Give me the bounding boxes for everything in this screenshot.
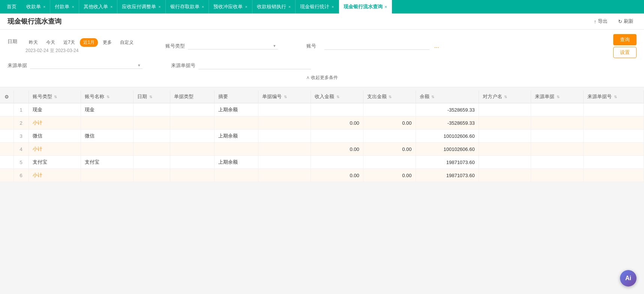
nav-tab-6[interactable]: 收款核销执行 × xyxy=(252,0,296,13)
date-btn-today[interactable]: 今天 xyxy=(43,38,59,47)
date-btn-1month[interactable]: 近1月 xyxy=(80,38,98,47)
nav-home[interactable]: 首页 xyxy=(2,0,22,13)
row-source-doc xyxy=(531,116,584,130)
refresh-icon: ↻ xyxy=(618,19,622,24)
row-expense: 0.00 xyxy=(363,143,416,156)
row-index: 6 xyxy=(14,169,29,182)
close-icon[interactable]: × xyxy=(202,4,204,9)
row-account-name: 微信 xyxy=(81,130,134,143)
date-btn-custom[interactable]: 自定义 xyxy=(117,38,137,47)
settings-button[interactable]: 设置 xyxy=(613,47,636,58)
account-type-filter: 账号类型 ▾ xyxy=(165,43,278,49)
row-account-type: 小计 xyxy=(29,169,81,182)
row-account-name: 现金 xyxy=(81,103,134,116)
col-gear[interactable]: ⚙ xyxy=(0,90,14,103)
nav-tab-4[interactable]: 银行存取款单 × xyxy=(166,0,209,13)
row-account-type: 小计 xyxy=(29,116,81,130)
chevron-up-icon: ∧ xyxy=(306,75,310,80)
account-input[interactable] xyxy=(324,42,429,50)
row-income xyxy=(311,103,363,116)
row-date xyxy=(134,143,170,156)
sort-icon: ⇅ xyxy=(107,95,110,99)
row-summary xyxy=(214,116,258,130)
date-btn-yesterday[interactable]: 昨天 xyxy=(26,38,41,47)
row-summary xyxy=(214,169,258,182)
row-counterparty xyxy=(479,169,531,182)
nav-tab-7[interactable]: 现金银行统计 × xyxy=(296,0,339,13)
row-summary: 上期余额 xyxy=(214,156,258,169)
row-source-doc xyxy=(531,103,584,116)
nav-tab-5[interactable]: 预收冲应收单 × xyxy=(209,0,252,13)
row-doc-num xyxy=(258,116,311,130)
row-gear-cell xyxy=(0,103,14,116)
row-expense xyxy=(363,103,416,116)
sort-icon: ⇅ xyxy=(284,95,287,99)
col-date[interactable]: 日期 ⇅ xyxy=(134,90,170,103)
close-icon[interactable]: × xyxy=(110,4,113,9)
close-icon[interactable]: × xyxy=(288,4,291,9)
source-doc-select[interactable]: ▾ xyxy=(30,62,143,69)
date-filter: 日期 昨天 今天 近7天 近1月 更多 自定义 2023-02-24 至 202… xyxy=(8,38,137,54)
sort-icon: ⇅ xyxy=(614,95,617,99)
close-icon[interactable]: × xyxy=(43,4,45,9)
row-gear-cell xyxy=(0,116,14,130)
row-balance: 19871073.60 xyxy=(416,169,479,182)
col-expense[interactable]: 支出金额 ⇅ xyxy=(363,90,416,103)
source-doc-num-input[interactable] xyxy=(198,62,311,69)
filter-row-2: 来源单据 ▾ 来源单据号 xyxy=(8,62,636,69)
row-gear-cell xyxy=(0,130,14,143)
row-account-name: 支付宝 xyxy=(81,156,134,169)
row-income xyxy=(311,156,363,169)
row-date xyxy=(134,103,170,116)
nav-tab-3[interactable]: 应收应付调整单 × xyxy=(117,0,165,13)
row-expense xyxy=(363,130,416,143)
table-row: 6 小计 0.00 0.00 19871073.60 xyxy=(0,169,644,182)
row-balance: -3528659.33 xyxy=(416,103,479,116)
export-button[interactable]: ↑ 导出 xyxy=(591,16,611,26)
col-balance[interactable]: 余额 ⇅ xyxy=(416,90,479,103)
row-counterparty xyxy=(479,130,531,143)
row-counterparty xyxy=(479,116,531,130)
close-icon[interactable]: × xyxy=(158,4,161,9)
date-btn-more[interactable]: 更多 xyxy=(99,38,115,47)
row-account-type: 微信 xyxy=(29,130,81,143)
col-doc-num[interactable]: 单据编号 ⇅ xyxy=(258,90,311,103)
table-row: 3 微信 微信 上期余额 100102606.60 xyxy=(0,130,644,143)
col-counterparty[interactable]: 对方户名 ⇅ xyxy=(479,90,531,103)
nav-tab-0[interactable]: 收款单 × xyxy=(22,0,50,13)
row-source-doc-num xyxy=(584,156,644,169)
row-gear-cell xyxy=(0,169,14,182)
col-account-name[interactable]: 账号名称 ⇅ xyxy=(81,90,134,103)
account-type-select[interactable]: ▾ xyxy=(188,43,278,49)
page-title: 现金银行流水查询 xyxy=(8,17,62,26)
table-row: 1 现金 现金 上期余额 -3528659.33 xyxy=(0,103,644,116)
date-btn-7days[interactable]: 近7天 xyxy=(60,38,78,47)
close-icon[interactable]: × xyxy=(385,4,387,9)
close-icon[interactable]: × xyxy=(72,4,74,9)
col-source-doc-num[interactable]: 来源单据号 ⇅ xyxy=(584,90,644,103)
col-source-doc[interactable]: 来源单据 ⇅ xyxy=(531,90,584,103)
row-account-type: 现金 xyxy=(29,103,81,116)
filter-area: 日期 昨天 今天 近7天 近1月 更多 自定义 2023-02-24 至 202… xyxy=(0,30,644,87)
collapse-bar[interactable]: ∧ 收起更多条件 xyxy=(8,73,636,82)
close-icon[interactable]: × xyxy=(245,4,247,9)
nav-tab-2[interactable]: 其他收入单 × xyxy=(79,0,117,13)
nav-tab-8[interactable]: 现金银行流水查询 × xyxy=(339,0,392,13)
sort-icon: ⇅ xyxy=(431,95,434,99)
row-index: 5 xyxy=(14,156,29,169)
row-income xyxy=(311,130,363,143)
query-button[interactable]: 查询 xyxy=(613,34,636,45)
date-range-text: 2023-02-24 至 2023-03-24 xyxy=(26,48,137,54)
action-buttons: 查询 设置 xyxy=(613,34,636,58)
nav-tab-1[interactable]: 付款单 × xyxy=(50,0,79,13)
close-icon[interactable]: × xyxy=(332,4,334,9)
refresh-button[interactable]: ↻ 刷新 xyxy=(615,16,636,26)
col-account-type[interactable]: 账号类型 ⇅ xyxy=(29,90,81,103)
row-date xyxy=(134,130,170,143)
col-income[interactable]: 收入金额 ⇅ xyxy=(311,90,363,103)
sort-icon: ⇅ xyxy=(504,95,507,99)
account-dots-button[interactable]: ... xyxy=(432,43,440,49)
row-source-doc xyxy=(531,169,584,182)
row-index: 2 xyxy=(14,116,29,130)
row-account-type: 小计 xyxy=(29,143,81,156)
